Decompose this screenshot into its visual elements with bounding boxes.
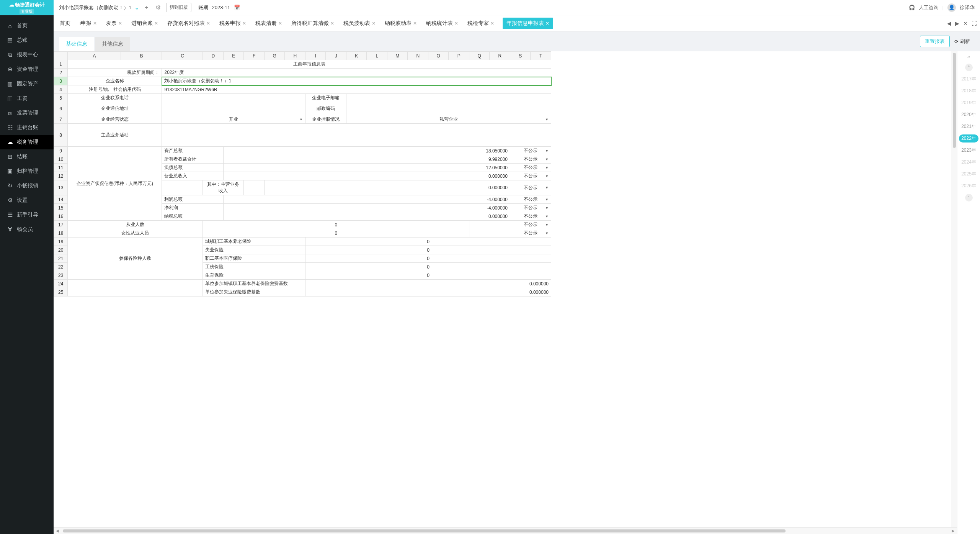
row-header[interactable]: 25	[54, 288, 68, 296]
year-item[interactable]: 2025年	[959, 170, 978, 178]
nav-item[interactable]: ▥固定资产	[0, 77, 54, 91]
row-header[interactable]: 12	[54, 172, 68, 180]
refresh-button[interactable]: ⟳刷新	[950, 36, 975, 47]
col-header[interactable]: B	[121, 52, 162, 60]
subtab-basic[interactable]: 基础信息	[59, 37, 94, 51]
nav-item[interactable]: ⊕资金管理	[0, 62, 54, 77]
publish-select[interactable]: 不公示	[510, 155, 551, 164]
col-header[interactable]: D	[203, 52, 224, 60]
close-icon[interactable]: ✕	[93, 21, 97, 26]
nav-item[interactable]: ⚙设置	[0, 193, 54, 208]
tab[interactable]: 税务申报✕	[219, 20, 247, 27]
publish-select[interactable]: 不公示	[510, 195, 551, 204]
publish-select[interactable]: 不公示	[510, 212, 551, 221]
nav-item[interactable]: ⌂首页	[0, 18, 54, 33]
publish-select[interactable]: 不公示	[510, 229, 551, 238]
row-header[interactable]: 24	[54, 280, 68, 288]
row-header[interactable]: 11	[54, 164, 68, 172]
row-header[interactable]: 9	[54, 147, 68, 155]
tab-next-icon[interactable]: ▶	[955, 20, 959, 26]
year-item[interactable]: 2019年	[959, 99, 978, 107]
year-item[interactable]: 2024年	[959, 158, 978, 166]
scroll-left-icon[interactable]: ◀	[54, 529, 61, 533]
h-scroll-thumb[interactable]	[63, 529, 786, 532]
col-header[interactable]: P	[449, 52, 469, 60]
col-header[interactable]: T	[531, 52, 551, 60]
publish-select[interactable]: 不公示	[510, 172, 551, 180]
close-icon[interactable]: ✕	[278, 21, 282, 26]
nav-item[interactable]: ⧈发票管理	[0, 106, 54, 120]
publish-select[interactable]: 不公示	[510, 180, 551, 195]
tab[interactable]: 存货别名对照表✕	[167, 20, 211, 27]
rail-up-icon[interactable]: ˄	[965, 64, 973, 71]
nav-item[interactable]: ◫工资	[0, 91, 54, 106]
col-header[interactable]: F	[244, 52, 265, 60]
year-item[interactable]: 2022年	[959, 134, 978, 143]
subtab-other[interactable]: 其他信息	[95, 37, 130, 51]
col-header[interactable]: G	[264, 52, 285, 60]
reset-button[interactable]: 重置报表	[920, 36, 950, 47]
col-header[interactable]: A	[68, 52, 121, 60]
close-icon[interactable]: ✕	[118, 21, 122, 26]
nav-item[interactable]: ∀畅会员	[0, 222, 54, 237]
close-icon[interactable]: ✕	[372, 21, 376, 26]
tab[interactable]: 发票✕	[105, 20, 123, 27]
publish-select[interactable]: 不公示	[510, 164, 551, 172]
nav-item[interactable]: ▤总账	[0, 33, 54, 48]
cell-company-name[interactable]: 刘小艳演示账套（勿删勿动！）1	[162, 77, 551, 85]
tab[interactable]: 所得税汇算清缴✕	[291, 20, 335, 27]
tab[interactable]: 年报信息申报表✕	[503, 18, 553, 29]
col-header[interactable]: K	[346, 52, 367, 60]
row-header[interactable]: 8	[54, 124, 68, 147]
tab[interactable]: 首页	[59, 20, 71, 27]
col-header[interactable]: J	[326, 52, 346, 60]
tab-prev-icon[interactable]: ◀	[947, 20, 951, 26]
publish-select[interactable]: 不公示	[510, 204, 551, 212]
nav-item[interactable]: ▣归档管理	[0, 164, 54, 179]
h-scrollbar[interactable]: ◀ ▶	[54, 527, 957, 534]
account-select[interactable]: 刘小艳演示账套（勿删勿动！）1 ⌄	[59, 4, 139, 11]
year-item[interactable]: 2018年	[959, 87, 978, 95]
tab[interactable]: i申报✕	[79, 20, 98, 27]
row-header[interactable]: 5	[54, 94, 68, 102]
publish-select[interactable]: 不公示	[510, 147, 551, 155]
row-header[interactable]: 7	[54, 115, 68, 124]
row-header[interactable]: 15	[54, 204, 68, 212]
row-header[interactable]: 4	[54, 85, 68, 94]
row-header[interactable]: 19	[54, 238, 68, 246]
col-header[interactable]: S	[510, 52, 531, 60]
col-header[interactable]: R	[490, 52, 510, 60]
fullscreen-icon[interactable]: ⛶	[972, 20, 977, 26]
close-icon[interactable]: ✕	[490, 21, 494, 26]
col-header[interactable]: H	[285, 52, 305, 60]
year-item[interactable]: 2021年	[959, 123, 978, 131]
rail-collapse-icon[interactable]: «	[967, 54, 970, 60]
row-header[interactable]: 14	[54, 195, 68, 204]
year-item[interactable]: 2023年	[959, 146, 978, 154]
support-link[interactable]: 人工咨询	[919, 4, 939, 11]
rail-down-icon[interactable]: ˅	[965, 194, 973, 201]
close-icon[interactable]: ✕	[413, 21, 417, 26]
year-item[interactable]: 2020年	[959, 111, 978, 119]
row-header[interactable]: 13	[54, 180, 68, 195]
col-header[interactable]: M	[387, 52, 408, 60]
col-header[interactable]: N	[408, 52, 428, 60]
business-status-select[interactable]: 开业	[162, 115, 305, 124]
calendar-icon[interactable]: 📅	[234, 5, 240, 10]
nav-item[interactable]: ↻小畅报销	[0, 179, 54, 193]
row-header[interactable]: 10	[54, 155, 68, 164]
holding-select[interactable]: 私营企业	[346, 115, 551, 124]
nav-item[interactable]: ☷进销台账	[0, 120, 54, 135]
username[interactable]: 徐泽华	[960, 4, 975, 11]
tab[interactable]: 税表清册✕	[255, 20, 283, 27]
year-item[interactable]: 2017年	[959, 75, 978, 83]
nav-item[interactable]: ⧉报表中心	[0, 48, 54, 62]
nav-item[interactable]: ⊞结账	[0, 149, 54, 164]
scroll-right-icon[interactable]: ▶	[949, 529, 957, 533]
col-header[interactable]: E	[223, 52, 244, 60]
tab[interactable]: 税检专家✕	[467, 20, 495, 27]
close-icon[interactable]: ✕	[330, 21, 334, 26]
tab-close-all-icon[interactable]: ✕	[963, 20, 968, 26]
close-icon[interactable]: ✕	[242, 21, 246, 26]
close-icon[interactable]: ✕	[454, 21, 458, 26]
